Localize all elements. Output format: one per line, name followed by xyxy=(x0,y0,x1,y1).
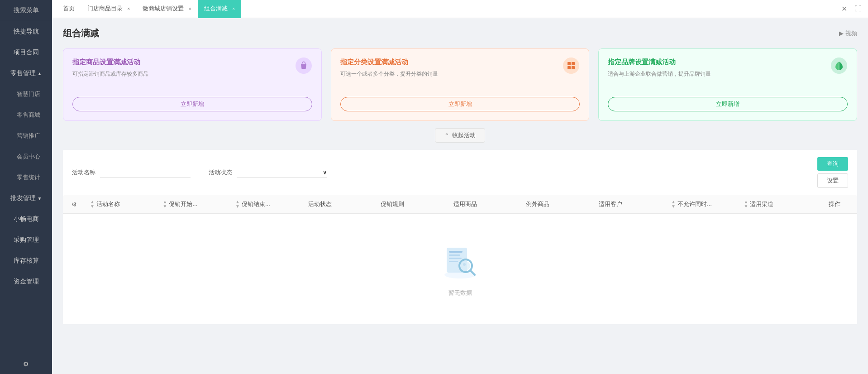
svg-rect-12 xyxy=(449,258,462,259)
main-area: 首页 门店商品目录 × 微商城店铺设置 × 组合满减 × ✕ ⛶ 组合满减 ▶ … xyxy=(52,0,868,374)
sidebar: 搜索菜单 快捷导航 项目合同 零售管理 ▲ 智慧门店 零售商城 营销推广 会员中… xyxy=(0,0,52,374)
leaf-icon xyxy=(830,57,848,77)
sort-icon: ▲▼ xyxy=(744,200,749,209)
filter-actions: 查询 设置 xyxy=(817,157,848,188)
card-product-desc: 可指定滞销商品或库存较多商品 xyxy=(72,70,312,78)
th-gear[interactable]: ⚙ xyxy=(63,201,86,208)
sort-icon: ▲▼ xyxy=(671,200,676,209)
card-product-btn[interactable]: 立即新增 xyxy=(72,97,312,111)
th-start[interactable]: ▲▼ 促销开始... xyxy=(158,200,231,209)
filter-table-wrap: 活动名称 活动状态 ∨ 查询 设置 xyxy=(63,150,857,324)
sort-icon: ▲▼ xyxy=(90,200,95,209)
th-concurrent[interactable]: ▲▼ 不允许同时... xyxy=(667,200,739,209)
card-category-btn[interactable]: 立即新增 xyxy=(340,97,580,111)
sidebar-item-label: 零售商城 xyxy=(17,111,40,119)
sidebar-search[interactable]: 搜索菜单 xyxy=(0,0,52,21)
th-status: 活动状态 xyxy=(304,200,377,208)
gear-icon: ⚙ xyxy=(23,360,29,368)
close-window-icon[interactable]: ✕ xyxy=(839,5,849,13)
filter-row: 活动名称 活动状态 ∨ 查询 设置 xyxy=(63,150,857,195)
card-category: 指定分类设置满减活动 可选一个或者多个分类，提升分类的销量 立即新增 xyxy=(331,48,590,121)
sidebar-item-label: 采购管理 xyxy=(14,236,39,244)
tab-label: 微商城店铺设置 xyxy=(143,5,184,13)
filter-activity-status: 活动状态 ∨ xyxy=(209,167,327,178)
sort-icon: ▲▼ xyxy=(163,200,167,209)
activity-name-input[interactable] xyxy=(100,167,191,178)
expand-icon[interactable]: ⛶ xyxy=(853,5,863,13)
card-brand-btn[interactable]: 立即新增 xyxy=(608,97,848,111)
svg-rect-5 xyxy=(572,66,575,69)
sidebar-item-label: 快捷导航 xyxy=(14,28,39,36)
bag-icon xyxy=(295,57,312,77)
empty-state: 暂无数据 xyxy=(63,214,857,324)
sidebar-item-project-contract[interactable]: 项目合同 xyxy=(0,42,52,63)
tab-close-icon[interactable]: × xyxy=(127,6,130,11)
svg-rect-11 xyxy=(449,254,460,256)
grid-icon xyxy=(563,57,580,77)
tab-close-icon[interactable]: × xyxy=(188,6,191,11)
query-button[interactable]: 查询 xyxy=(817,157,848,171)
svg-rect-10 xyxy=(449,251,463,253)
svg-rect-3 xyxy=(572,62,575,65)
card-brand-title: 指定品牌设置满减活动 xyxy=(608,58,848,67)
tab-bar-actions: ✕ ⛶ xyxy=(839,5,863,13)
card-product: 指定商品设置满减活动 可指定滞销商品或库存较多商品 立即新增 xyxy=(63,48,322,121)
sidebar-item-finance[interactable]: 资金管理 xyxy=(0,271,52,292)
tab-label: 首页 xyxy=(63,5,75,13)
sidebar-item-member-center[interactable]: 会员中心 xyxy=(0,146,52,167)
sidebar-item-smart-store[interactable]: 智慧门店 xyxy=(0,84,52,105)
empty-text: 暂无数据 xyxy=(448,289,472,297)
tab-combo-discount[interactable]: 组合满减 × xyxy=(198,0,241,18)
card-brand: 指定品牌设置满减活动 适合与上游企业联合做营销，提升品牌销量 立即新增 xyxy=(598,48,857,121)
sidebar-item-label: 库存核算 xyxy=(14,257,39,265)
sidebar-item-label: 智慧门店 xyxy=(17,90,40,98)
cards-row: 指定商品设置满减活动 可指定滞销商品或库存较多商品 立即新增 指定分类设置满减活… xyxy=(63,48,857,121)
th-name[interactable]: ▲▼ 活动名称 xyxy=(86,200,158,209)
sidebar-item-label: 项目合同 xyxy=(14,48,39,57)
collapse-button[interactable]: ⌃ 收起活动 xyxy=(435,128,485,143)
sidebar-item-label: 批发管理 xyxy=(10,194,36,202)
th-channel-label: 适用渠道 xyxy=(750,200,773,208)
sidebar-item-xiaochang[interactable]: 小畅电商 xyxy=(0,209,52,230)
gear-icon: ⚙ xyxy=(72,201,77,208)
th-concurrent-label: 不允许同时... xyxy=(677,200,712,208)
card-brand-desc: 适合与上游企业联合做营销，提升品牌销量 xyxy=(608,70,848,78)
activity-status-select[interactable]: ∨ xyxy=(237,167,327,178)
sidebar-item-marketing[interactable]: 营销推广 xyxy=(0,125,52,146)
tab-close-icon[interactable]: × xyxy=(232,6,235,11)
tab-store-catalog[interactable]: 门店商品目录 × xyxy=(81,0,136,18)
tab-wechat-store-settings[interactable]: 微商城店铺设置 × xyxy=(136,0,197,18)
th-end-label: 促销结束... xyxy=(242,200,270,208)
card-category-desc: 可选一个或者多个分类，提升分类的销量 xyxy=(340,70,580,78)
chevron-up-icon: ⌃ xyxy=(444,132,449,139)
sidebar-settings[interactable]: ⚙ xyxy=(0,354,52,374)
th-rule-label: 促销规则 xyxy=(381,200,404,208)
sidebar-item-retail-mall[interactable]: 零售商城 xyxy=(0,105,52,125)
th-rule: 促销规则 xyxy=(376,200,449,208)
sidebar-item-quick-nav[interactable]: 快捷导航 xyxy=(0,21,52,42)
sidebar-item-retail-mgmt[interactable]: 零售管理 ▲ xyxy=(0,63,52,84)
sidebar-item-retail-stats[interactable]: 零售统计 xyxy=(0,167,52,188)
th-channel[interactable]: ▲▼ 适用渠道 xyxy=(739,200,812,209)
svg-point-1 xyxy=(563,58,579,74)
sidebar-item-label: 会员中心 xyxy=(17,153,40,161)
svg-rect-2 xyxy=(568,62,571,65)
sidebar-item-inventory[interactable]: 库存核算 xyxy=(0,250,52,271)
content-area: 组合满减 ▶ 视频 指定商品设置满减活动 可指定滞销商品或库存较多商品 xyxy=(52,18,868,374)
th-exception: 例外商品 xyxy=(521,200,594,208)
th-end[interactable]: ▲▼ 促销结束... xyxy=(231,200,304,209)
settings-button[interactable]: 设置 xyxy=(817,173,848,188)
page-title: 组合满减 xyxy=(63,27,99,39)
video-link[interactable]: ▶ 视频 xyxy=(839,29,857,38)
tab-home[interactable]: 首页 xyxy=(57,0,81,18)
tab-bar: 首页 门店商品目录 × 微商城店铺设置 × 组合满减 × ✕ ⛶ xyxy=(52,0,868,18)
th-exception-label: 例外商品 xyxy=(526,200,549,208)
sidebar-item-purchase-mgmt[interactable]: 采购管理 xyxy=(0,230,52,250)
sidebar-item-wholesale-mgmt[interactable]: 批发管理 ▼ xyxy=(0,188,52,209)
video-label: 视频 xyxy=(845,29,857,38)
th-goods: 适用商品 xyxy=(449,200,522,208)
sidebar-item-label: 资金管理 xyxy=(14,278,39,286)
table-header: ⚙ ▲▼ 活动名称 ▲▼ 促销开始... ▲▼ 促销结束... xyxy=(63,195,857,214)
card-category-title: 指定分类设置满减活动 xyxy=(340,58,580,67)
th-ops: 操作 xyxy=(812,200,857,208)
